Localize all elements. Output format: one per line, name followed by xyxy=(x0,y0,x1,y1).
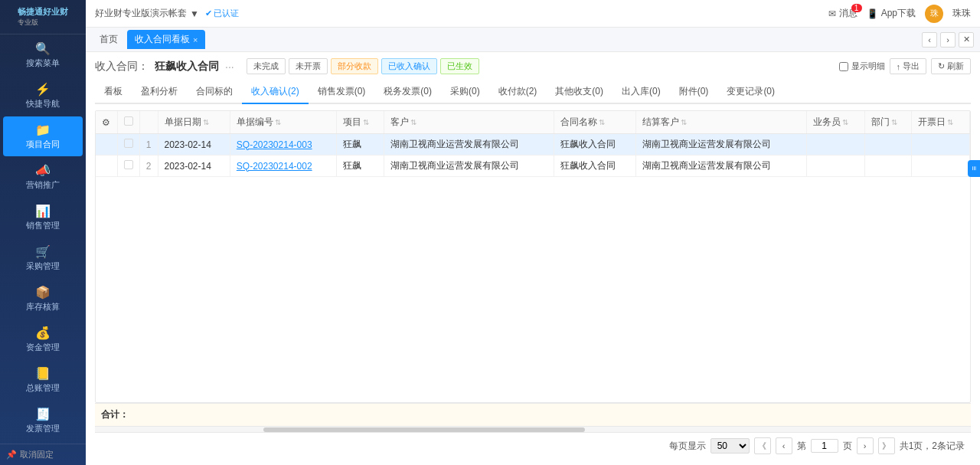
td-bill-no-0[interactable]: SQ-20230214-003 xyxy=(230,134,336,156)
sidebar-icon-marketing: 📣 xyxy=(35,163,51,178)
subtab-4[interactable]: 销售发票(0) xyxy=(309,80,375,104)
status-partial-btn[interactable]: 部分收款 xyxy=(331,58,378,74)
sidebar-item-quick-nav[interactable]: ⚡快捷导航 xyxy=(3,76,83,116)
th-settlement-customer[interactable]: 结算客户⇅ xyxy=(636,111,807,134)
sidebar-item-project[interactable]: 📁项目合同 xyxy=(3,116,83,156)
row-checkbox-0[interactable] xyxy=(124,139,133,148)
sidebar-label-inventory: 库存核算 xyxy=(26,301,60,313)
home-tab[interactable]: 首页 xyxy=(92,30,126,49)
subtab-1[interactable]: 盈利分析 xyxy=(132,80,187,104)
sidebar-pin-toggle[interactable]: 📌 取消固定 xyxy=(0,444,86,465)
next-page-button[interactable]: › xyxy=(857,437,874,454)
sidebar-item-sales[interactable]: 📊销售管理 xyxy=(3,198,83,237)
bill-no-link-0[interactable]: SQ-20230214-003 xyxy=(237,139,312,150)
subtab-8[interactable]: 其他收支(0) xyxy=(546,80,612,104)
table-row[interactable]: 2 2023-02-14 SQ-20230214-002 狂飙 湖南卫视商业运营… xyxy=(96,156,970,177)
first-page-button[interactable]: 《 xyxy=(754,437,771,454)
contract-more-button[interactable]: ··· xyxy=(225,61,234,73)
page-prefix: 第 xyxy=(797,440,806,453)
username-label[interactable]: 珠珠 xyxy=(952,7,971,20)
active-tab[interactable]: 收入合同看板 × xyxy=(127,30,205,49)
sidebar-item-general-ledger[interactable]: 📒总账管理 xyxy=(3,360,83,400)
company-selector[interactable]: 好业财专业版演示帐套 ▼ xyxy=(95,7,199,20)
data-table: ⚙ 单据日期⇅ 单据编号⇅ 项目⇅ 客户⇅ 合同名称⇅ 结算客户⇅ 业务员⇅ xyxy=(96,111,970,177)
td-salesperson-0 xyxy=(806,134,864,156)
th-bill-no[interactable]: 单据编号⇅ xyxy=(230,111,336,134)
tab-close-button[interactable]: × xyxy=(193,35,198,44)
hscroll-thumb[interactable] xyxy=(263,427,585,432)
sidebar-label-fund: 资金管理 xyxy=(26,342,60,353)
td-customer-0: 湖南卫视商业运营发展有限公司 xyxy=(384,134,554,156)
th-bill-date2[interactable]: 开票日⇅ xyxy=(912,111,970,134)
sort-customer-icon: ⇅ xyxy=(410,118,416,126)
th-project[interactable]: 项目⇅ xyxy=(337,111,384,134)
th-customer[interactable]: 客户⇅ xyxy=(384,111,554,134)
subtab-11[interactable]: 变更记录(0) xyxy=(717,80,784,104)
sidebar-item-search[interactable]: 🔍搜索菜单 xyxy=(3,35,83,75)
td-checkbox-1[interactable] xyxy=(117,156,139,177)
prev-page-button[interactable]: ‹ xyxy=(776,437,792,454)
contract-prefix: 收入合同： xyxy=(95,60,149,74)
status-not-invoiced-btn[interactable]: 未开票 xyxy=(289,58,328,74)
th-bill-date[interactable]: 单据日期⇅ xyxy=(158,111,230,134)
sidebar-item-invoice[interactable]: 🧾发票管理 xyxy=(3,401,83,440)
nav-close-button[interactable]: ✕ xyxy=(959,32,974,47)
subtab-3[interactable]: 收入确认(2) xyxy=(242,80,309,104)
message-badge: 1 xyxy=(851,4,862,12)
sidebar-icon-purchase: 🛒 xyxy=(35,244,51,259)
td-num-1: 2 xyxy=(139,156,158,177)
sidebar-icon-project: 📁 xyxy=(35,123,51,137)
status-active-btn[interactable]: 已生效 xyxy=(440,58,479,74)
export-button[interactable]: ↑ 导出 xyxy=(890,58,927,74)
last-page-button[interactable]: 》 xyxy=(878,437,895,454)
subtab-0[interactable]: 看板 xyxy=(95,80,132,104)
sidebar-item-fund[interactable]: 💰资金管理 xyxy=(3,319,83,359)
refresh-button[interactable]: ↻ 刷新 xyxy=(931,58,971,74)
show-detail-input[interactable] xyxy=(839,62,848,71)
certified-check-icon: ✔ xyxy=(205,8,212,18)
contract-title: 狂飙收入合同 xyxy=(155,60,219,74)
sidebar-item-marketing[interactable]: 📣营销推广 xyxy=(3,157,83,197)
per-page-select[interactable]: 50 100 200 xyxy=(710,438,750,454)
sidebar-item-purchase[interactable]: 🛒采购管理 xyxy=(3,238,83,278)
status-incomplete-btn[interactable]: 未完成 xyxy=(247,58,286,74)
subtab-6[interactable]: 采购(0) xyxy=(441,80,489,104)
bill-no-link-1[interactable]: SQ-20230214-002 xyxy=(237,161,312,172)
settings-icon[interactable]: ⚙ xyxy=(102,117,110,128)
td-settlement-1: 湖南卫视商业运营发展有限公司 xyxy=(636,156,807,177)
subtab-2[interactable]: 合同标的 xyxy=(187,80,242,104)
td-bill-no-1[interactable]: SQ-20230214-002 xyxy=(230,156,336,177)
subtab-7[interactable]: 收付款(2) xyxy=(489,80,547,104)
side-panel-icon[interactable]: ≡ xyxy=(968,160,980,177)
sidebar-item-inventory[interactable]: 📦库存核算 xyxy=(3,279,83,319)
pin-icon: 📌 xyxy=(6,450,17,460)
pin-label: 取消固定 xyxy=(20,449,54,460)
app-download-button[interactable]: 📱 App下载 xyxy=(867,7,916,20)
subtab-9[interactable]: 出入库(0) xyxy=(612,80,670,104)
hscroll-container[interactable] xyxy=(95,426,971,432)
nav-next-button[interactable]: › xyxy=(940,32,956,47)
current-page-input[interactable] xyxy=(811,439,838,453)
table-row[interactable]: 1 2023-02-14 SQ-20230214-003 狂飙 湖南卫视商业运营… xyxy=(96,134,970,156)
user-avatar[interactable]: 珠 xyxy=(925,5,943,23)
th-salesperson[interactable]: 业务员⇅ xyxy=(806,111,864,134)
sidebar: 畅捷通好业财 专业版 🔍搜索菜单⚡快捷导航📁项目合同📣营销推广📊销售管理🛒采购管… xyxy=(0,0,86,465)
contract-header: 收入合同： 狂飙收入合同 ··· 未完成 未开票 部分收款 已收入确认 已生效 … xyxy=(95,58,971,74)
status-confirmed-btn[interactable]: 已收入确认 xyxy=(381,58,437,74)
th-settings[interactable]: ⚙ xyxy=(96,111,117,134)
nav-prev-button[interactable]: ‹ xyxy=(922,32,937,47)
th-order xyxy=(139,111,158,134)
message-button[interactable]: ✉ 消息 1 xyxy=(828,7,858,20)
th-contract-name[interactable]: 合同名称⇅ xyxy=(554,111,636,134)
select-all-checkbox[interactable] xyxy=(124,116,133,126)
tab-nav-controls: ‹ › ✕ xyxy=(922,32,974,47)
td-bill-date2-1 xyxy=(912,156,970,177)
th-checkbox[interactable] xyxy=(117,111,139,134)
show-detail-checkbox[interactable]: 显示明细 xyxy=(839,61,885,72)
row-checkbox-1[interactable] xyxy=(124,160,133,169)
th-department[interactable]: 部门⇅ xyxy=(864,111,911,134)
td-checkbox-0[interactable] xyxy=(117,134,139,156)
subtab-5[interactable]: 税务发票(0) xyxy=(374,80,441,104)
data-table-container[interactable]: ⚙ 单据日期⇅ 单据编号⇅ 项目⇅ 客户⇅ 合同名称⇅ 结算客户⇅ 业务员⇅ xyxy=(95,110,971,403)
subtab-10[interactable]: 附件(0) xyxy=(670,80,718,104)
